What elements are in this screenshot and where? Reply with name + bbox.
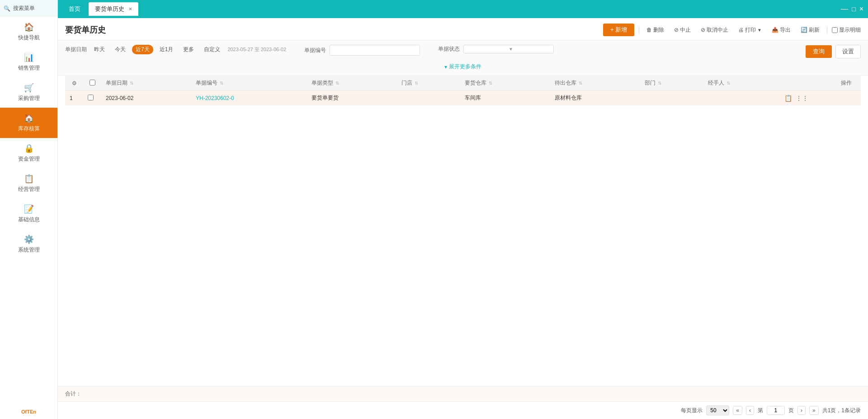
stop-icon: ⊘: [674, 27, 679, 33]
date-chip-today[interactable]: 今天: [111, 45, 129, 54]
refresh-button[interactable]: 🔄 刷新: [798, 25, 822, 35]
th-handler[interactable]: 经手人 ⇅: [703, 76, 780, 91]
settings-icon: ⚙: [72, 80, 77, 86]
date-chip-custom[interactable]: 自定义: [200, 45, 224, 54]
stop-button[interactable]: ⊘ 中止: [671, 25, 693, 35]
th-doc-date[interactable]: 单据日期 ⇅: [101, 76, 191, 91]
display-detail-checkbox[interactable]: 显示明细: [832, 26, 861, 34]
content-area: 要货单历史 + 新增 🗑 删除 ⊘ 中止 ⊘ 取消中止 🖨 打: [58, 18, 868, 419]
sidebar-item-basic-info[interactable]: 📝 基础信息: [0, 199, 57, 229]
sidebar-item-sales[interactable]: 📊 销售管理: [0, 47, 57, 77]
doc-number-link[interactable]: YH-20230602-0: [196, 95, 234, 101]
export-button[interactable]: 📤 导出: [769, 25, 793, 35]
sidebar-item-label: 经营管理: [18, 186, 40, 193]
prev-page-btn[interactable]: ‹: [746, 406, 754, 415]
th-store[interactable]: 门店 ⇅: [397, 76, 460, 91]
date-chip-yesterday[interactable]: 昨天: [90, 45, 108, 54]
sidebar-item-label: 销售管理: [18, 64, 40, 72]
inventory-icon: 🏠: [24, 113, 34, 123]
doc-number-label: 单据编号: [304, 47, 326, 54]
per-page-select[interactable]: 20 50 100: [706, 405, 729, 415]
add-button[interactable]: + 新增: [603, 24, 634, 36]
first-page-btn[interactable]: «: [733, 406, 742, 415]
page-header: 要货单历史 + 新增 🗑 删除 ⊘ 中止 ⊘ 取消中止 🖨 打: [58, 18, 868, 40]
sidebar-item-label: 快捷导航: [18, 34, 40, 42]
filter-row-1: 单据日期 昨天 今天 近7天 近1月 更多 自定义 2023-05-27 至 2…: [65, 45, 861, 58]
filter-area: 单据日期 昨天 今天 近7天 近1月 更多 自定义 2023-05-27 至 2…: [58, 40, 868, 76]
doc-number-input[interactable]: [330, 45, 420, 56]
date-filter-chips: 昨天 今天 近7天 近1月 更多 自定义: [90, 45, 224, 54]
chart-icon: 📊: [24, 52, 34, 62]
sort-icon: ⇅: [335, 81, 339, 86]
sidebar-item-purchase[interactable]: 🛒 采购管理: [0, 77, 57, 108]
next-page-btn[interactable]: ›: [797, 406, 806, 415]
row-req-warehouse: 车间库: [460, 91, 550, 105]
settings-button[interactable]: 设置: [835, 45, 861, 58]
doc-status-select[interactable]: ▼: [463, 45, 554, 53]
sidebar-item-inventory[interactable]: 🏠 库存核算: [0, 108, 57, 138]
cancel-stop-icon: ⊘: [701, 27, 705, 33]
print-button[interactable]: 🖨 打印 ▼: [736, 25, 764, 35]
pagination: 每页显示 20 50 100 « ‹ 第 页 › » 共1页，1条记录: [58, 401, 868, 419]
row-delete-icon[interactable]: ⋮⋮: [796, 95, 808, 102]
sidebar-item-quick-nav[interactable]: 🏠 快捷导航: [0, 17, 57, 47]
page-number-input[interactable]: [767, 406, 785, 415]
sort-icon: ⇅: [130, 81, 133, 86]
tab-home-label: 首页: [69, 5, 80, 12]
cancel-stop-button[interactable]: ⊘ 取消中止: [698, 25, 731, 35]
th-doc-type[interactable]: 单据类型 ⇅: [307, 76, 397, 91]
row-edit-icon[interactable]: 📋: [784, 95, 792, 102]
date-filter-label: 单据日期: [65, 46, 87, 53]
th-req-warehouse[interactable]: 要货仓库 ⇅: [460, 76, 550, 91]
table-container: ⚙ 单据日期 ⇅ 单据编号 ⇅: [58, 76, 868, 386]
date-chip-more[interactable]: 更多: [179, 45, 198, 54]
sort-icon: ⇅: [726, 81, 730, 86]
sidebar-item-operation[interactable]: 📋 经营管理: [0, 168, 57, 199]
expand-label: 展开更多条件: [449, 63, 481, 71]
tab-requisition-history[interactable]: 要货单历史 ×: [89, 2, 138, 16]
last-page-btn[interactable]: »: [809, 406, 819, 415]
date-chip-last-month[interactable]: 近1月: [156, 45, 177, 54]
sidebar-item-finance[interactable]: 🔒 资金管理: [0, 138, 57, 168]
tab-close-btn[interactable]: ×: [129, 5, 132, 12]
th-department[interactable]: 部门 ⇅: [640, 76, 703, 91]
display-detail-input[interactable]: [832, 27, 838, 33]
date-chip-last7[interactable]: 近7天: [132, 45, 153, 54]
th-doc-number[interactable]: 单据编号 ⇅: [191, 76, 307, 91]
row-checkbox[interactable]: [83, 91, 101, 105]
delete-icon: 🗑: [646, 27, 652, 33]
main-area: 首页 要货单历史 × — □ × 要货单历史 + 新增 🗑 删除 ⊘: [58, 0, 868, 419]
select-all-checkbox[interactable]: [90, 80, 95, 86]
chevron-down-icon: ▾: [444, 64, 447, 70]
doc-status-group: 单据状态 ▼: [438, 45, 554, 53]
window-minimize-btn[interactable]: —: [841, 5, 848, 13]
gear-icon: ⚙️: [24, 234, 34, 244]
sidebar-item-label: 基础信息: [18, 216, 40, 224]
date-range-display: 2023-05-27 至 2023-06-02: [227, 46, 286, 53]
sidebar: 🔍 搜索菜单 🏠 快捷导航 📊 销售管理 🛒 采购管理 🏠 库存核算 🔒 资金管…: [0, 0, 58, 419]
tab-bar-controls: — □ ×: [841, 5, 863, 13]
clipboard-icon: 📋: [24, 174, 34, 184]
home-icon: 🏠: [24, 22, 34, 32]
th-actions: 操作: [780, 76, 861, 91]
sidebar-item-label: 采购管理: [18, 95, 40, 102]
search-icon: 🔍: [4, 5, 10, 12]
tab-home[interactable]: 首页: [62, 2, 87, 16]
delete-button[interactable]: 🗑 删除: [644, 25, 667, 35]
sidebar-search[interactable]: 🔍 搜索菜单: [0, 0, 57, 17]
expand-filters-btn[interactable]: ▾ 展开更多条件: [444, 63, 481, 71]
cancel-stop-label: 取消中止: [707, 26, 728, 34]
query-button[interactable]: 查询: [806, 45, 832, 58]
th-checkbox[interactable]: [83, 76, 101, 91]
row-index: 1: [65, 91, 83, 105]
table-header-row: ⚙ 单据日期 ⇅ 单据编号 ⇅: [65, 76, 861, 91]
th-pending-warehouse[interactable]: 待出仓库 ⇅: [550, 76, 640, 91]
window-close-btn[interactable]: ×: [859, 5, 863, 13]
export-label: 导出: [780, 26, 791, 34]
window-maximize-btn[interactable]: □: [852, 5, 855, 13]
cart-icon: 🛒: [24, 83, 34, 93]
th-settings[interactable]: ⚙: [65, 76, 83, 91]
sidebar-item-system[interactable]: ⚙️ 系统管理: [0, 229, 57, 259]
row-select-checkbox[interactable]: [88, 95, 94, 100]
refresh-icon: 🔄: [801, 27, 807, 33]
